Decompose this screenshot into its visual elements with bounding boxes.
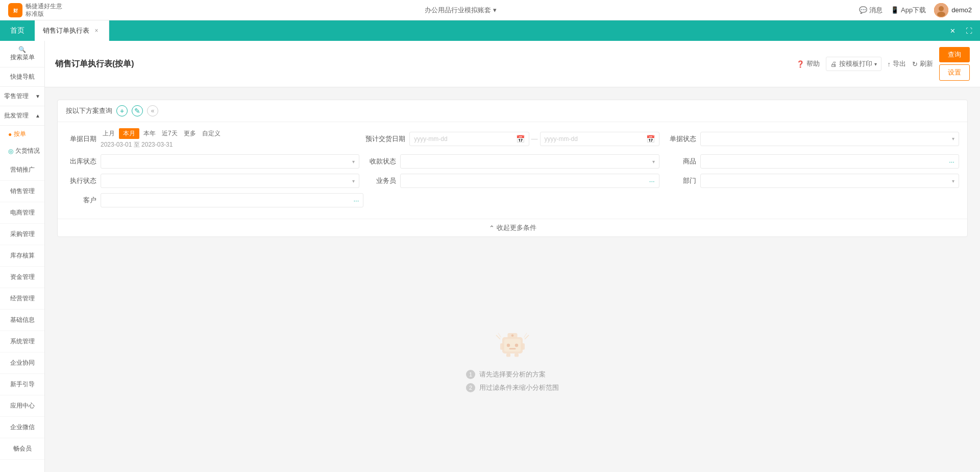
refresh-button[interactable]: ↻ 刷新 — [912, 59, 933, 68]
customer-input[interactable]: ··· — [101, 193, 363, 207]
tab-sales-order-exec[interactable]: 销售订单执行表 × — [35, 20, 109, 41]
collection-status-select[interactable]: ▾ — [400, 154, 659, 169]
filter-field-customer: 客户 ··· — [66, 193, 363, 207]
filter-field-execute-status: 执行状态 ▾ — [66, 174, 359, 188]
search-icon: 🔍 — [4, 46, 40, 53]
sidebar-item-basic-info[interactable]: 基础信息 — [0, 310, 44, 331]
department-select[interactable]: ▾ — [700, 174, 959, 188]
help-icon: ❓ — [796, 60, 804, 68]
sidebar-item-guide[interactable]: 新手引导 — [0, 374, 44, 395]
date-range-display: 2023-03-01 至 2023-03-31 — [101, 140, 359, 149]
filter-field-collection-status: 收款状态 ▾ — [365, 154, 659, 169]
sidebar-item-retail[interactable]: 零售管理 ▼ — [0, 87, 44, 106]
collapse-panel-button[interactable]: « — [147, 105, 158, 116]
print-icon: 🖨 — [830, 60, 837, 68]
delivery-date-range: yyyy-mm-dd 📅 — yyyy-mm-dd 📅 — [409, 132, 659, 146]
empty-illustration — [492, 323, 533, 364]
date-tab-this-year[interactable]: 本年 — [141, 128, 158, 139]
tab-maximize-button[interactable]: ⛶ — [962, 23, 976, 38]
sidebar-subitem-by-order[interactable]: ● 按单 — [0, 126, 44, 143]
filter-field-bill-status: 单据状态 ▾ — [666, 132, 959, 146]
user-name: demo2 — [951, 6, 972, 14]
svg-line-19 — [524, 333, 527, 338]
sidebar-item-marketing[interactable]: 营销推广 — [0, 159, 44, 181]
collapse-more-button[interactable]: ⌃ 收起更多条件 — [66, 223, 959, 232]
sidebar-search-menu[interactable]: 🔍 搜索菜单 — [0, 41, 44, 67]
help-button[interactable]: ❓ 帮助 — [796, 59, 820, 68]
add-icon: + — [120, 107, 124, 115]
settings-button[interactable]: 设置 — [939, 64, 970, 81]
date-tabs-container: 上月 本月 本年 近7天 更多 自定义 — [101, 128, 359, 139]
tab-home[interactable]: 首页 — [0, 20, 35, 41]
filter-row-4: 客户 ··· — [66, 193, 959, 207]
sidebar-item-corp-wechat[interactable]: 企业微信 — [0, 417, 44, 438]
sidebar-item-operations[interactable]: 经营管理 — [0, 288, 44, 310]
topbar: 财 畅捷通好生意 标准版 办公用品行业模拟账套 ▾ 💬 消息 📱 App下载 — [0, 0, 980, 20]
delivery-date-end[interactable]: yyyy-mm-dd 📅 — [540, 132, 659, 146]
out-status-label: 出库状态 — [66, 157, 96, 166]
calendar-start-icon: 📅 — [516, 135, 525, 143]
sidebar-item-purchase[interactable]: 采购管理 — [0, 224, 44, 245]
svg-rect-11 — [522, 343, 525, 350]
sidebar-item-ecommerce[interactable]: 电商管理 — [0, 202, 44, 224]
date-tab-this-month[interactable]: 本月 — [119, 128, 139, 139]
delivery-date-start[interactable]: yyyy-mm-dd 📅 — [409, 132, 529, 146]
sidebar-item-corp-collab[interactable]: 企业协同 — [0, 352, 44, 374]
template-print-button[interactable]: 🖨 按模板打印 ▾ — [826, 57, 881, 71]
collection-status-arrow-icon: ▾ — [652, 159, 655, 164]
tab-close-button[interactable]: × — [92, 27, 101, 35]
chevron-up-icon: ▲ — [35, 113, 40, 119]
goods-more-icon[interactable]: ··· — [949, 158, 954, 166]
filter-row-1: 单据日期 上月 本月 本年 近7天 更多 自定义 20 — [66, 128, 959, 149]
sidebar-item-inventory[interactable]: 库存核算 — [0, 245, 44, 267]
sidebar-item-finance[interactable]: 资金管理 — [0, 267, 44, 288]
collection-status-label: 收款状态 — [365, 157, 396, 166]
goods-label: 商品 — [666, 157, 696, 166]
user-profile[interactable]: demo2 — [934, 3, 972, 17]
out-status-select[interactable]: ▾ — [101, 154, 359, 169]
add-scheme-button[interactable]: + — [116, 105, 128, 116]
app-selector[interactable]: 办公用品行业模拟账套 ▾ — [425, 6, 497, 15]
filter-field-out-status: 出库状态 ▾ — [66, 154, 359, 169]
goods-input[interactable]: ··· — [700, 154, 959, 169]
filter-field-delivery-date: 预计交货日期 yyyy-mm-dd 📅 — yyyy-mm-dd 📅 — [365, 132, 659, 146]
query-button[interactable]: 查询 — [939, 47, 970, 62]
sidebar-item-system[interactable]: 系统管理 — [0, 331, 44, 352]
sidebar-quick-nav[interactable]: 快捷导航 — [0, 67, 44, 87]
svg-rect-10 — [500, 343, 503, 350]
main-layout: 🔍 搜索菜单 快捷导航 零售管理 ▼ 批发管理 ▲ ● 按单 ◎ 欠货情况 营销… — [0, 41, 980, 472]
tab-close-all-button[interactable]: ✕ — [945, 23, 960, 38]
message-button[interactable]: 💬 消息 — [859, 6, 883, 15]
date-tab-more[interactable]: 更多 — [182, 128, 198, 139]
sidebar: 🔍 搜索菜单 快捷导航 零售管理 ▼ 批发管理 ▲ ● 按单 ◎ 欠货情况 营销… — [0, 41, 45, 472]
export-button[interactable]: ↑ 导出 — [888, 59, 906, 68]
edit-scheme-button[interactable]: ✎ — [132, 105, 143, 116]
svg-point-3 — [939, 6, 944, 11]
customer-more-icon[interactable]: ··· — [353, 197, 359, 204]
empty-tips: 1 请先选择要分析的方案 2 用过滤条件来缩小分析范围 — [466, 370, 559, 392]
content-area: 销售订单执行表(按单) ❓ 帮助 🖨 按模板打印 ▾ ↑ 导出 ↻ 刷新 — [45, 41, 980, 472]
date-tab-custom[interactable]: 自定义 — [200, 128, 223, 139]
app-download-button[interactable]: 📱 App下载 — [891, 6, 926, 15]
salesperson-more-icon[interactable]: ··· — [649, 177, 655, 185]
tabbar-right: ✕ ⛶ — [945, 23, 980, 38]
date-tab-7days[interactable]: 近7天 — [160, 128, 180, 139]
customer-label: 客户 — [66, 196, 96, 205]
salesperson-label: 业务员 — [365, 176, 396, 185]
date-tab-last-month[interactable]: 上月 — [101, 128, 117, 139]
sidebar-subitem-shortage[interactable]: ◎ 欠货情况 — [0, 143, 44, 159]
sidebar-item-wholesale[interactable]: 批发管理 ▲ — [0, 106, 44, 126]
filter-field-date: 单据日期 上月 本月 本年 近7天 更多 自定义 20 — [66, 128, 359, 149]
bill-status-select[interactable]: ▾ — [700, 132, 959, 146]
salesperson-input[interactable]: ··· — [400, 174, 659, 188]
page-header: 销售订单执行表(按单) ❓ 帮助 🖨 按模板打印 ▾ ↑ 导出 ↻ 刷新 — [45, 41, 980, 87]
calendar-end-icon: 📅 — [646, 135, 655, 143]
sidebar-item-member[interactable]: 畅会员 — [0, 438, 44, 460]
date-separator: — — [531, 135, 538, 143]
sidebar-item-app-center[interactable]: 应用中心 — [0, 395, 44, 417]
date-label: 单据日期 — [66, 134, 96, 144]
tabbar: 首页 销售订单执行表 × ✕ ⛶ — [0, 20, 980, 41]
sidebar-item-sales[interactable]: 销售管理 — [0, 181, 44, 202]
logo-icon: 财 — [8, 3, 22, 17]
execute-status-select[interactable]: ▾ — [101, 174, 359, 188]
